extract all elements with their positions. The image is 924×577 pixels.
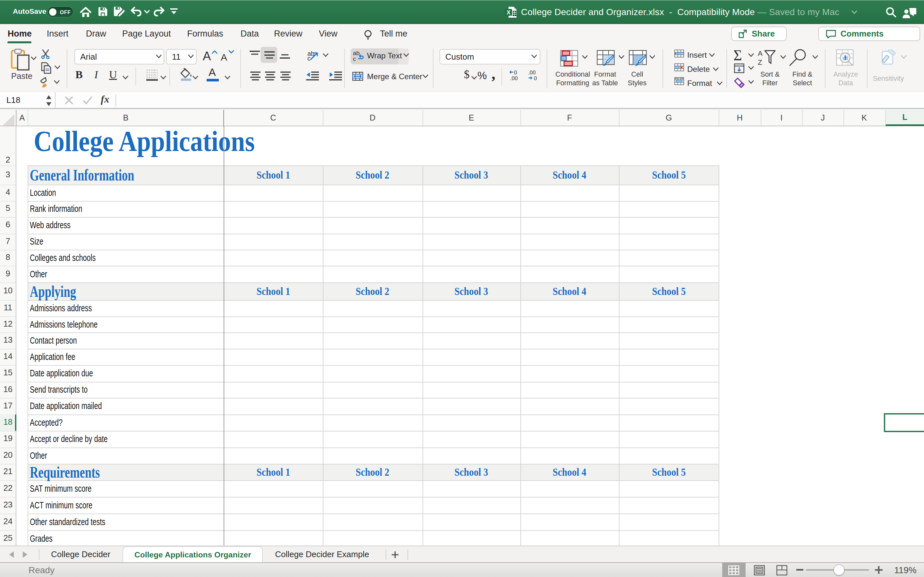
- svg-text:.00: .00: [528, 69, 536, 76]
- svg-text:0: 0: [514, 69, 517, 76]
- svg-text:c: c: [353, 55, 356, 62]
- svg-text:.00: .00: [510, 75, 518, 81]
- svg-text:X: X: [507, 9, 510, 16]
- svg-text:0: 0: [534, 75, 537, 81]
- svg-text:A: A: [758, 49, 762, 57]
- svg-text:c: c: [307, 55, 310, 61]
- svg-text:Z: Z: [758, 58, 762, 66]
